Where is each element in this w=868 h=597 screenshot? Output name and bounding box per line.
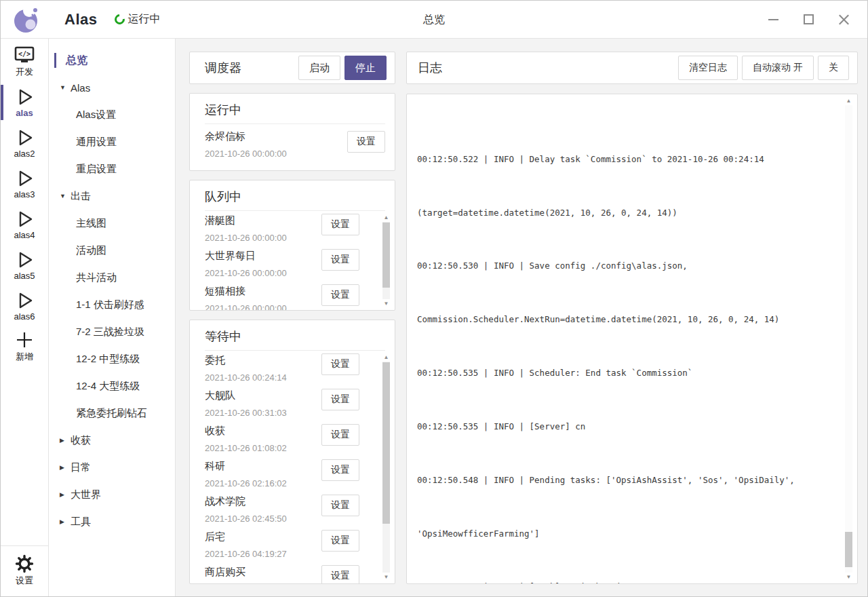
- menu-item-label: Alas设置: [76, 109, 116, 121]
- rail-label: 开发: [16, 66, 33, 78]
- task-row: 大世界每日 2021-10-26 00:00:00 设置: [205, 246, 359, 282]
- maximize-icon[interactable]: [802, 14, 814, 26]
- task-info: 后宅 2021-10-26 04:19:27: [205, 530, 321, 559]
- rail-item-alas5[interactable]: alas5: [1, 245, 48, 286]
- task-settings-button[interactable]: 设置: [321, 284, 359, 306]
- menu-item[interactable]: 重启设置: [49, 155, 175, 182]
- task-time: 2021-10-26 01:08:02: [205, 443, 321, 453]
- task-time: 2021-10-26 04:19:27: [205, 549, 321, 559]
- rail-item-alas4[interactable]: alas4: [1, 204, 48, 245]
- log-line: 00:12:50.548 | INFO | [Task] OpsiAshAssi…: [417, 580, 840, 584]
- clear-log-button[interactable]: 清空日志: [678, 56, 738, 80]
- minimize-icon[interactable]: [767, 14, 779, 26]
- menu-item[interactable]: 主线图: [49, 210, 175, 237]
- gear-icon: [15, 554, 34, 573]
- close-icon[interactable]: [837, 14, 850, 26]
- menu-item[interactable]: Alas设置: [49, 101, 175, 128]
- app-window: Alas 运行中 总览 </> 开发: [0, 0, 868, 597]
- scroll-up-icon[interactable]: ▲: [382, 214, 391, 221]
- log-header-card: 日志 清空日志 自动滚动 开 关: [406, 52, 858, 84]
- chevron-icon: ▼: [60, 84, 71, 91]
- scrollbar-thumb[interactable]: [382, 362, 390, 524]
- stop-button[interactable]: 停止: [344, 56, 387, 80]
- task-info: 战术学院 2021-10-26 02:45:50: [205, 495, 321, 524]
- chevron-icon: ▶: [60, 518, 71, 525]
- menu-item[interactable]: ▶ 工具: [49, 508, 175, 535]
- menu-item-label: 主线图: [76, 217, 106, 230]
- log-card: 00:12:50.522 | INFO | Delay task `Commis…: [406, 94, 858, 584]
- menu-item[interactable]: ▶ 收获: [49, 427, 175, 454]
- scroll-down-icon[interactable]: ▼: [382, 573, 391, 581]
- scrollbar-track[interactable]: [845, 105, 852, 573]
- play-icon: [15, 250, 34, 269]
- task-settings-button[interactable]: 设置: [321, 530, 359, 552]
- menu-item[interactable]: 总览: [49, 47, 175, 74]
- rail-item-alas2[interactable]: alas2: [1, 123, 48, 163]
- task-time: 2021-10-26 00:00:00: [205, 149, 347, 159]
- task-settings-button[interactable]: 设置: [347, 131, 385, 153]
- task-settings-button[interactable]: 设置: [321, 353, 359, 375]
- play-icon: [15, 210, 34, 229]
- task-row: 潜艇图 2021-10-26 00:00:00 设置: [205, 211, 359, 246]
- scrollbar-thumb[interactable]: [845, 532, 852, 567]
- play-icon: [15, 169, 34, 188]
- menu-item[interactable]: ▶ 大世界: [49, 481, 175, 508]
- task-info: 大舰队 2021-10-26 00:31:03: [205, 389, 321, 418]
- pending-scrollbar[interactable]: ▲ ▼: [382, 214, 391, 307]
- menu-item[interactable]: 7-2 三战捡垃圾: [49, 318, 175, 345]
- task-settings-button[interactable]: 设置: [321, 495, 359, 516]
- rail-label: alas6: [14, 311, 35, 322]
- menu-item[interactable]: ▼ Alas: [49, 74, 175, 101]
- rail-item-add[interactable]: 新增: [1, 326, 48, 367]
- log-line: 00:12:50.530 | INFO | Save config ./conf…: [417, 259, 840, 273]
- pending-title: 队列中: [205, 189, 380, 205]
- log-off-button[interactable]: 关: [818, 56, 849, 80]
- task-settings-button[interactable]: 设置: [321, 214, 359, 235]
- task-info: 余烬信标 2021-10-26 00:00:00: [205, 130, 347, 159]
- menu-item[interactable]: 紧急委托刷钻石: [49, 400, 175, 427]
- task-name: 短猫相接: [205, 284, 321, 297]
- menu-item[interactable]: 活动图: [49, 237, 175, 264]
- rail-item-alas3[interactable]: alas3: [1, 163, 48, 204]
- start-button[interactable]: 启动: [298, 56, 340, 80]
- menu-item[interactable]: 通用设置: [49, 128, 175, 155]
- task-row: 后宅 2021-10-26 04:19:27 设置: [205, 527, 359, 562]
- log-output[interactable]: 00:12:50.522 | INFO | Delay task `Commis…: [417, 99, 840, 584]
- rail-label: 设置: [16, 575, 33, 587]
- scroll-up-icon[interactable]: ▲: [844, 97, 853, 104]
- waiting-list: 委托 2021-10-26 00:24:14 设置 大舰队 2021-: [205, 351, 395, 583]
- rail-item-alas6[interactable]: alas6: [1, 286, 48, 326]
- log-line: 'OpsiMeowfficerFarming']: [417, 527, 840, 541]
- menu-item[interactable]: 12-4 大型练级: [49, 372, 175, 400]
- task-time: 2021-10-26 00:00:00: [205, 303, 321, 310]
- menu-item[interactable]: ▶ 日常: [49, 454, 175, 481]
- log-scrollbar[interactable]: ▲ ▼: [844, 97, 853, 581]
- task-settings-button[interactable]: 设置: [321, 459, 359, 481]
- task-settings-button[interactable]: 设置: [321, 389, 359, 410]
- menu-item[interactable]: 12-2 中型练级: [49, 345, 175, 372]
- window-controls: [767, 14, 855, 26]
- task-settings-button[interactable]: 设置: [321, 424, 359, 446]
- autoscroll-toggle-button[interactable]: 自动滚动 开: [742, 56, 814, 80]
- rail-item-settings[interactable]: 设置: [1, 553, 48, 588]
- scroll-down-icon[interactable]: ▼: [844, 573, 853, 581]
- play-icon: [15, 128, 34, 147]
- menu-item[interactable]: ▼ 出击: [49, 182, 175, 210]
- pending-list: 潜艇图 2021-10-26 00:00:00 设置 大世界每日 20: [205, 211, 395, 310]
- menu-item[interactable]: 共斗活动: [49, 264, 175, 291]
- scroll-up-icon[interactable]: ▲: [382, 353, 391, 361]
- task-name: 商店购买: [205, 565, 321, 578]
- rail-item-dev[interactable]: </> 开发: [1, 41, 48, 82]
- chevron-icon: ▼: [60, 193, 71, 199]
- task-name: 战术学院: [205, 495, 321, 507]
- running-spinner-icon: [113, 12, 127, 26]
- task-info: 收获 2021-10-26 01:08:02: [205, 424, 321, 453]
- scrollbar-thumb[interactable]: [382, 223, 390, 288]
- chevron-icon: ▶: [60, 491, 71, 498]
- task-settings-button[interactable]: 设置: [321, 249, 359, 271]
- rail-item-alas[interactable]: alas: [1, 82, 48, 123]
- task-settings-button[interactable]: 设置: [321, 565, 359, 583]
- menu-item[interactable]: 1-1 伏击刷好感: [49, 291, 175, 318]
- waiting-scrollbar[interactable]: ▲ ▼: [382, 353, 391, 581]
- scroll-down-icon[interactable]: ▼: [382, 300, 391, 307]
